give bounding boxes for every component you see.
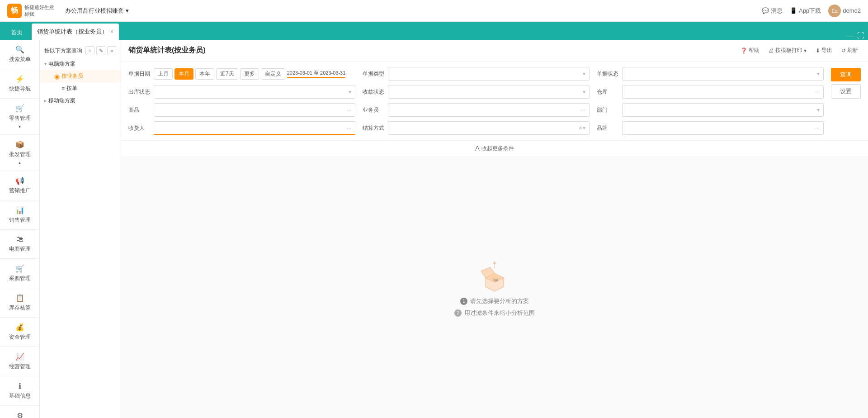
stockstatus-chevron-icon: ▾ — [349, 89, 351, 95]
filter-brand-row: 品牌 ··· — [597, 121, 824, 135]
panel-icons: + ✎ « — [85, 46, 116, 55]
tab-bar-actions: — ⛶ — [846, 32, 868, 40]
app-dropdown[interactable]: 办公用品行业模拟账套 ▾ — [65, 7, 129, 15]
tree-expand-icon: ▾ — [44, 62, 47, 66]
sidebar-item-ecommerce[interactable]: 🛍 电商管理 — [0, 230, 39, 259]
selected-radio-icon: ◉ — [54, 73, 60, 80]
empty-icon: 📦 — [476, 257, 513, 294]
tree-pc-scheme[interactable]: ▾ 电脑端方案 — [40, 58, 121, 70]
message-btn[interactable]: 💬 消息 — [762, 7, 783, 15]
collapse-icon: ⋀ — [475, 145, 480, 152]
filter-goods-row: 商品 ··· — [128, 103, 355, 117]
svg-text:📦: 📦 — [493, 277, 499, 282]
left-panel-header: 按以下方案查询 + ✎ « — [40, 43, 121, 58]
docstatus-chevron-icon: ▾ — [817, 71, 820, 77]
stock-status-input[interactable]: ▾ — [154, 85, 355, 99]
finance-icon: 💰 — [15, 323, 24, 332]
date-btn-7days[interactable]: 近7天 — [216, 68, 238, 80]
sidebar-item-operations[interactable]: 📈 经营管理 — [0, 347, 39, 376]
sidebar-item-quicknav[interactable]: ⚡ 快捷导航 — [0, 69, 39, 99]
purchase-icon: 🛒 — [15, 264, 24, 273]
settlement-clear-btn[interactable]: ✕ — [578, 125, 583, 131]
wholesale-icon: 📦 — [15, 140, 24, 149]
top-header: 畅 畅捷通好生意 标赋 办公用品行业模拟账套 ▾ 💬 消息 📱 App下载 Ea… — [0, 0, 868, 22]
filter-section: 单据日期 上月 本月 本年 近7天 更多 自定义 2023-03-01 至 20… — [121, 62, 868, 141]
main-panel-header: 销货单统计表(按业务员) ❓ 帮助 🖨 按模板打印 ▾ ⬇ — [121, 40, 868, 62]
sidebar-item-wholesale[interactable]: 📦 批发管理 ▴ — [0, 135, 39, 171]
sidebar-item-search[interactable]: 🔍 搜索菜单 — [0, 40, 39, 69]
tree-expand-mobile-icon: ▸ — [44, 98, 47, 103]
tree-mobile-scheme[interactable]: ▸ 移动端方案 — [40, 95, 121, 107]
empty-step1: 1 请先选择要分析的方案 — [460, 297, 529, 305]
collapse-panel-btn[interactable]: « — [107, 46, 116, 55]
date-range-display: 2023-03-01 至 2023-03-31 — [287, 70, 346, 78]
sidebar-item-purchase[interactable]: 🛒 采购管理 — [0, 259, 39, 288]
edit-scheme-btn[interactable]: ✎ — [96, 46, 105, 55]
settlement-input[interactable]: ✕ ▾ — [388, 121, 590, 135]
sidebar-item-marketing[interactable]: 📢 营销推广 — [0, 171, 39, 200]
main-panel: 销货单统计表(按业务员) ❓ 帮助 🖨 按模板打印 ▾ ⬇ — [121, 40, 868, 418]
filter-department-row: 部门 ▾ — [597, 103, 824, 117]
retail-icon: 🛒 — [15, 104, 24, 113]
content-area: 按以下方案查询 + ✎ « ▾ 电脑端方案 ◉ 按业务员 — [40, 40, 868, 418]
empty-box-svg: 📦 — [476, 257, 513, 294]
empty-state: 📦 1 请先选择要分析的方案 2 用过滤条件来缩小分析范围 — [121, 156, 868, 418]
payment-status-input[interactable]: ▾ — [388, 85, 590, 99]
receiver-input[interactable]: ··· — [154, 121, 355, 135]
salesperson-input[interactable]: ··· — [388, 103, 590, 117]
filter-settlement-row: 结算方式 ✕ ▾ — [363, 121, 590, 135]
tab-home[interactable]: 首页 — [4, 25, 30, 40]
template-print-btn[interactable]: 🖨 按模板打印 ▾ — [766, 45, 809, 56]
app-download-btn[interactable]: 📱 App下载 — [790, 7, 821, 15]
filter-stockstatus-row: 出库状态 ▾ — [128, 85, 355, 99]
date-btn-thisyear[interactable]: 本年 — [195, 68, 214, 80]
logo-area: 畅 畅捷通好生意 标赋 — [7, 4, 54, 18]
header-right: 💬 消息 📱 App下载 Ea demo2 — [762, 5, 861, 17]
filter-doctype-row: 单据类型 ▾ — [363, 67, 590, 81]
user-avatar-btn[interactable]: Ea demo2 — [828, 5, 861, 17]
export-icon: ⬇ — [816, 48, 820, 54]
sidebar-item-inventory[interactable]: 📋 库存核算 — [0, 288, 39, 318]
avatar: Ea — [828, 5, 841, 17]
tab-active[interactable]: 销货单统计表（按业务员） × — [32, 24, 119, 40]
export-btn[interactable]: ⬇ 导出 — [813, 45, 835, 56]
sales-icon: 📊 — [15, 206, 24, 214]
refresh-btn[interactable]: ↺ 刷新 — [839, 45, 861, 56]
ecommerce-icon: 🛍 — [16, 235, 24, 243]
settlement-chevron-icon: ▾ — [583, 125, 585, 131]
tab-maximize-btn[interactable]: ⛶ — [857, 32, 864, 40]
sidebar-item-sales[interactable]: 📊 销售管理 — [0, 200, 39, 230]
tree-item-by-order[interactable]: ≡ 按单 — [40, 82, 121, 95]
settings-btn[interactable]: 设置 — [831, 84, 861, 99]
warehouse-input[interactable]: ··· — [622, 85, 824, 99]
filter-salesperson-row: 业务员 ··· — [363, 103, 590, 117]
date-btn-more[interactable]: 更多 — [240, 68, 259, 80]
department-input[interactable]: ▾ — [622, 103, 824, 117]
refresh-icon: ↺ — [841, 48, 846, 54]
tab-close-btn[interactable]: × — [110, 28, 113, 35]
sidebar-item-finance[interactable]: 💰 资金管理 — [0, 318, 39, 347]
sidebar-item-system[interactable]: ⚙ 系统管理 — [0, 406, 39, 418]
basic-icon: ℹ — [19, 382, 21, 390]
date-btn-thismonth[interactable]: 本月 — [175, 68, 193, 80]
left-panel: 按以下方案查询 + ✎ « ▾ 电脑端方案 ◉ 按业务员 — [40, 40, 121, 418]
add-scheme-btn[interactable]: + — [85, 46, 94, 55]
order-icon: ≡ — [61, 86, 65, 92]
filter-docstatus-row: 单据状态 ▾ — [597, 67, 824, 81]
date-btn-lastmonth[interactable]: 上月 — [154, 68, 173, 80]
sidebar-item-basic[interactable]: ℹ 基础信息 — [0, 376, 39, 406]
operations-icon: 📈 — [15, 352, 24, 361]
date-btn-custom[interactable]: 自定义 — [261, 68, 285, 80]
doc-type-input[interactable]: ▾ — [388, 67, 590, 81]
query-btn[interactable]: 查询 — [831, 68, 861, 81]
collapse-bar[interactable]: ⋀ 收起更多条件 — [121, 141, 868, 156]
help-btn[interactable]: ❓ 帮助 — [738, 45, 762, 56]
message-icon: 💬 — [762, 7, 769, 14]
tab-minimize-btn[interactable]: — — [846, 32, 854, 40]
tree-item-by-salesperson[interactable]: ◉ 按业务员 — [40, 70, 121, 82]
goods-input[interactable]: ··· — [154, 103, 355, 117]
sidebar-item-retail[interactable]: 🛒 零售管理 ▾ — [0, 99, 39, 135]
doc-status-input[interactable]: ▾ — [622, 67, 824, 81]
brand-input[interactable]: ··· — [622, 121, 824, 135]
system-icon: ⚙ — [17, 411, 23, 418]
